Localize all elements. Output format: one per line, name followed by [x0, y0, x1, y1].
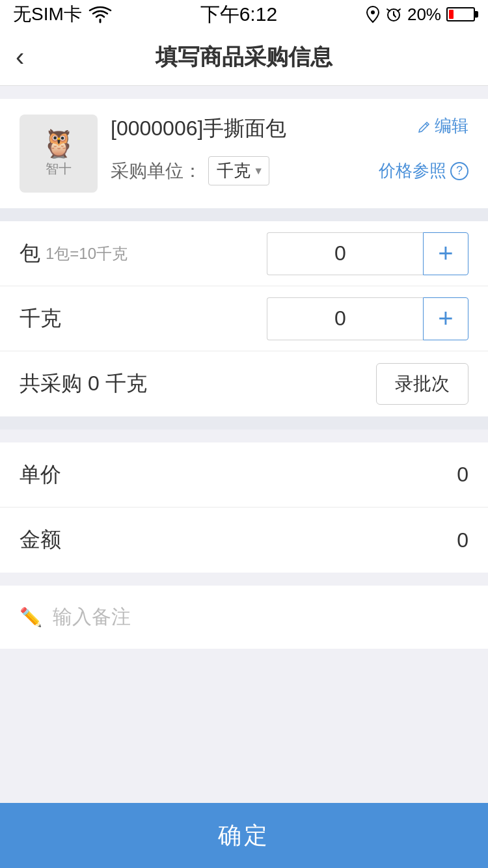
summary-row: 共采购 0 千克 录批次: [0, 351, 488, 416]
unit-dropdown[interactable]: 千克: [208, 156, 269, 185]
page-title: 填写商品采购信息: [156, 42, 332, 72]
kg-input-row: 千克 +: [0, 286, 488, 351]
price-section: 单价 0 金额 0: [0, 442, 488, 573]
kg-input-wrap: +: [267, 297, 468, 340]
confirm-button[interactable]: 确定: [0, 803, 488, 868]
back-button[interactable]: ‹: [16, 42, 24, 72]
bao-input[interactable]: [267, 232, 423, 275]
wifi-icon: [88, 5, 112, 23]
battery-icon: [446, 7, 475, 21]
status-bar: 无SIM卡 下午6:12 20%: [0, 0, 488, 29]
kg-plus-button[interactable]: +: [423, 297, 468, 340]
summary-text: 共采购 0 千克: [20, 370, 376, 398]
bao-input-row: 包 1包=10千克 +: [0, 221, 488, 286]
amount-label: 金额: [20, 526, 457, 554]
unit-label: 采购单位：: [111, 159, 202, 183]
product-logo-icon: 🦉: [42, 130, 75, 157]
input-section: 包 1包=10千克 + 千克 +: [0, 221, 488, 351]
status-time: 下午6:12: [200, 1, 277, 28]
amount-value: 0: [457, 528, 468, 552]
pencil-icon: ✏️: [20, 606, 42, 628]
bao-label: 包: [20, 239, 40, 268]
status-right: 20%: [366, 5, 475, 25]
section-divider-2: [0, 416, 488, 429]
alarm-icon: [385, 5, 402, 23]
bao-sublabel: 1包=10千克: [46, 243, 128, 264]
product-unit-row: 采购单位： 千克 价格参照 ?: [111, 156, 468, 185]
section-divider-1: [0, 208, 488, 221]
kg-label: 千克: [20, 305, 61, 333]
kg-input[interactable]: [267, 297, 423, 340]
status-left: 无SIM卡: [13, 2, 112, 27]
amount-row: 金额 0: [0, 508, 488, 573]
svg-point-0: [371, 10, 375, 14]
location-icon: [366, 5, 380, 23]
unit-price-row: 单价 0: [0, 442, 488, 508]
edit-icon: [418, 119, 432, 133]
product-image: 🦉 智十: [20, 115, 98, 193]
unit-price-value: 0: [457, 463, 468, 487]
notes-section[interactable]: ✏️ 输入备注: [0, 586, 488, 649]
product-card: 🦉 智十 [0000006]手撕面包 编辑 采购单位： 千克: [0, 99, 488, 208]
edit-button[interactable]: 编辑: [418, 115, 468, 137]
product-info: [0000006]手撕面包 编辑 采购单位： 千克 价格参照 ?: [111, 115, 468, 185]
notes-placeholder: 输入备注: [53, 604, 131, 631]
info-icon: ?: [450, 162, 468, 180]
carrier-label: 无SIM卡: [13, 2, 82, 27]
product-logo-text: 智十: [46, 160, 72, 178]
product-name: [0000006]手撕面包: [111, 115, 418, 143]
batch-button[interactable]: 录批次: [376, 363, 468, 405]
nav-bar: ‹ 填写商品采购信息: [0, 29, 488, 86]
battery-percent: 20%: [407, 5, 441, 25]
product-header: [0000006]手撕面包 编辑: [111, 115, 468, 143]
price-ref-button[interactable]: 价格参照 ?: [379, 159, 468, 182]
bao-input-wrap: +: [267, 232, 468, 275]
bao-plus-button[interactable]: +: [423, 232, 468, 275]
unit-price-label: 单价: [20, 461, 457, 489]
